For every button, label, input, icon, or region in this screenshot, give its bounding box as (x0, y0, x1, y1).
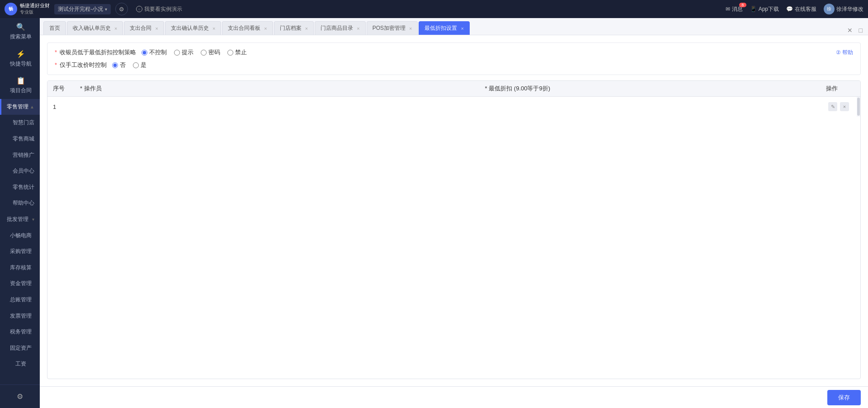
tab-actions: ✕ □ (845, 26, 864, 35)
manual-required-mark: * (55, 61, 57, 68)
sidebar-label-ledger: 总账管理 (10, 296, 32, 304)
sidebar-item-ecommerce[interactable]: 小畅电商 (0, 228, 40, 244)
sidebar-label-invoice: 发票管理 (10, 313, 32, 320)
workspace-selector[interactable]: 测试分开完程-小况 ▾ (54, 4, 111, 14)
online-service-button[interactable]: 💬 在线客服 (786, 5, 816, 13)
help-link[interactable]: ② 帮助 (836, 49, 853, 56)
scrollbar-thumb (857, 98, 860, 116)
th-min-discount: * 最低折扣 (9.00等于9折) (480, 81, 821, 97)
sidebar-item-salary[interactable]: 工资 (0, 356, 40, 372)
tab-store-archive-close[interactable]: × (305, 26, 308, 31)
tab-payment-confirm-history[interactable]: 支出确认单历史 × (165, 21, 221, 35)
radio-yes-label: 是 (141, 61, 146, 69)
sidebar-label-member: 会员中心 (13, 168, 34, 175)
tab-pos-password[interactable]: POS加密管理 × (367, 21, 418, 35)
app-download-button[interactable]: 📱 App下载 (750, 5, 779, 13)
sidebar-item-search[interactable]: 🔍 搜索菜单 (0, 18, 40, 45)
sidebar-item-help[interactable]: 帮助中心 (0, 195, 40, 211)
demo-link-icon: ○ (136, 6, 142, 12)
bottom-bar: 保存 (40, 386, 868, 408)
radio-hint[interactable]: 提示 (174, 48, 193, 56)
message-button[interactable]: ✉ 消息 8 (726, 5, 743, 13)
tab-expand-button[interactable]: □ (857, 26, 864, 35)
radio-forbid-input[interactable] (227, 50, 233, 56)
tab-home[interactable]: 首页 (43, 21, 66, 35)
tab-store-archive[interactable]: 门店档案 × (274, 21, 314, 35)
help-label: 帮助 (842, 49, 853, 56)
demo-link[interactable]: ○ 我要看实例演示 (136, 5, 182, 13)
th-seq: 序号 (47, 81, 75, 97)
sidebar-gear-button[interactable]: ⚙ (4, 389, 36, 404)
tab-min-discount[interactable]: 最低折扣设置 × (419, 21, 469, 35)
message-icon: ✉ (726, 6, 730, 12)
sidebar-item-tax[interactable]: 税务管理 (0, 324, 40, 340)
sidebar-item-retail[interactable]: 零售管理 ▲ (0, 99, 40, 115)
policy-required-mark: * (55, 49, 57, 56)
radio-password-input[interactable] (201, 50, 207, 56)
sidebar-item-retail-mall[interactable]: 零售商城 (0, 131, 40, 147)
tab-close-all-button[interactable]: ✕ (845, 26, 854, 35)
tab-store-product-close[interactable]: × (357, 26, 359, 31)
radio-hint-input[interactable] (174, 50, 180, 56)
tab-store-archive-label: 门店档案 (280, 24, 302, 32)
logo-text-group: 畅捷通好业财 专业版 (20, 3, 50, 15)
sidebar-item-smart-store[interactable]: 智慧门店 (0, 115, 40, 131)
app-logo-icon: 畅 (5, 3, 17, 15)
sidebar-item-assets[interactable]: 固定资产 (0, 340, 40, 356)
sidebar-item-retail-stats[interactable]: 零售统计 (0, 179, 40, 196)
sidebar-item-shortcut[interactable]: ⚡ 快捷导航 (0, 45, 40, 72)
settings-button[interactable]: ⚙ (115, 3, 128, 15)
sidebar-label-search: 搜索菜单 (10, 33, 32, 41)
sidebar-label-retail: 零售管理 (7, 103, 28, 111)
tab-pos-close[interactable]: × (409, 26, 412, 31)
download-icon: 📱 (750, 6, 757, 12)
gear-icon: ⚙ (17, 392, 23, 401)
tab-income-history-close[interactable]: × (114, 26, 117, 31)
tab-store-product[interactable]: 门店商品目录 × (315, 21, 365, 35)
delete-icon[interactable]: × (840, 102, 849, 111)
tab-payment-confirm-close[interactable]: × (212, 26, 215, 31)
tab-payment-board-close[interactable]: × (264, 26, 267, 31)
radio-no-control[interactable]: 不控制 (142, 48, 167, 56)
radio-password[interactable]: 密码 (201, 48, 220, 56)
sidebar-item-project[interactable]: 📋 项目合同 (0, 72, 40, 99)
radio-no-control-label: 不控制 (149, 48, 167, 56)
table-row: 1 ✎ × (47, 97, 860, 117)
wholesale-arrow-icon: ▾ (32, 217, 34, 222)
sidebar-item-invoice[interactable]: 发票管理 (0, 308, 40, 324)
tab-income-history[interactable]: 收入确认单历史 × (67, 21, 123, 35)
radio-password-label: 密码 (208, 48, 220, 56)
radio-no[interactable]: 否 (112, 61, 126, 69)
tab-payment-contract[interactable]: 支出合同 × (124, 21, 164, 35)
save-button[interactable]: 保存 (827, 390, 861, 405)
sidebar-label-assets: 固定资产 (10, 345, 32, 352)
sidebar-item-wholesale[interactable]: 批发管理 ▾ (0, 211, 40, 228)
settings-icon: ⚙ (119, 6, 124, 13)
sidebar-item-purchase[interactable]: 采购管理 (0, 244, 40, 260)
radio-yes[interactable]: 是 (133, 61, 146, 69)
action-icons: ✎ × (826, 102, 851, 111)
sidebar-item-ledger[interactable]: 总账管理 (0, 292, 40, 308)
logo-area: 畅 畅捷通好业财 专业版 (5, 3, 50, 15)
edit-icon[interactable]: ✎ (828, 102, 837, 111)
logo-text: 畅捷通好业财 (20, 3, 50, 9)
radio-forbid[interactable]: 禁止 (227, 48, 247, 56)
sidebar-item-finance[interactable]: 资金管理 (0, 276, 40, 292)
radio-yes-input[interactable] (133, 62, 139, 68)
user-menu-button[interactable]: 徐 徐泽华修改 (824, 4, 863, 14)
logo-sub: 专业版 (20, 9, 50, 15)
manual-label: * 仅手工改价时控制 (55, 61, 107, 69)
tab-min-discount-close[interactable]: × (461, 26, 463, 31)
radio-no-control-input[interactable] (142, 50, 147, 56)
tab-payment-board[interactable]: 支出合同看板 × (222, 21, 273, 35)
cell-seq: 1 (47, 97, 75, 117)
top-bar: 畅 畅捷通好业财 专业版 测试分开完程-小况 ▾ ⚙ ○ 我要看实例演示 ✉ 消… (0, 0, 868, 18)
radio-forbid-label: 禁止 (235, 48, 247, 56)
sidebar-item-member[interactable]: 会员中心 (0, 163, 40, 179)
sidebar-item-marketing[interactable]: 营销推广 (0, 147, 40, 164)
radio-no-input[interactable] (112, 62, 118, 68)
workspace-chevron: ▾ (105, 7, 107, 12)
sidebar-item-inventory[interactable]: 库存核算 (0, 260, 40, 276)
tab-payment-contract-close[interactable]: × (155, 26, 158, 31)
sidebar-label-smart-store: 智慧门店 (13, 119, 34, 127)
